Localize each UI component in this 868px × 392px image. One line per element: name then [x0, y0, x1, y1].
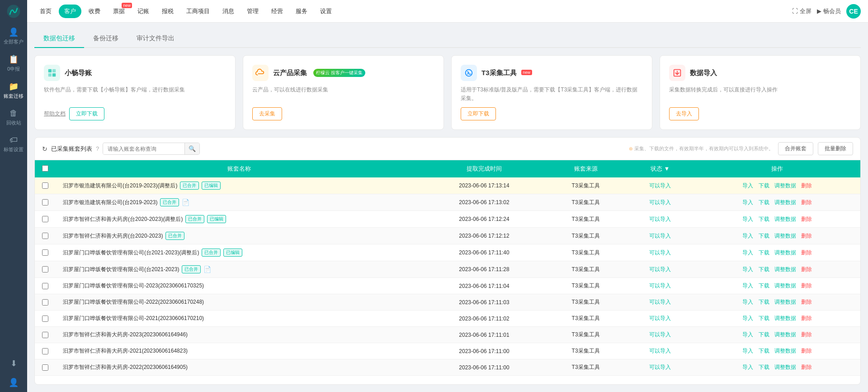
file-icon[interactable]: 📄 [182, 199, 189, 206]
import-link[interactable]: 导入 [741, 299, 755, 305]
download-link[interactable]: 下载 [757, 282, 771, 289]
help-doc-link[interactable]: 帮助文档 [44, 110, 66, 118]
import-link[interactable]: 导入 [741, 182, 755, 189]
download-link[interactable]: 下载 [757, 364, 771, 370]
import-link[interactable]: 导入 [741, 348, 755, 354]
sidebar-item-account-migration[interactable]: 📁 账套迁移 [0, 77, 27, 104]
adjust-link[interactable]: 调整数据 [773, 233, 798, 239]
delete-link[interactable]: 删除 [799, 182, 814, 189]
import-link[interactable]: 导入 [741, 331, 755, 338]
import-link[interactable]: 导入 [741, 315, 755, 321]
delete-link[interactable]: 删除 [799, 199, 814, 206]
row-checkbox[interactable] [42, 316, 48, 322]
import-link[interactable]: 导入 [741, 282, 755, 289]
import-link[interactable]: 导入 [741, 216, 755, 222]
nav-tax[interactable]: 报税 [156, 5, 179, 18]
delete-link[interactable]: 删除 [799, 233, 814, 239]
download-link[interactable]: 下载 [757, 199, 771, 206]
delete-link[interactable]: 删除 [799, 348, 814, 354]
download-link[interactable]: 下载 [757, 216, 771, 222]
nav-message[interactable]: 消息 [217, 5, 240, 18]
delete-link[interactable]: 删除 [799, 249, 814, 256]
cloud-collect-btn[interactable]: 去采集 [252, 107, 282, 120]
adjust-link[interactable]: 调整数据 [773, 364, 798, 370]
download-link[interactable]: 下载 [757, 233, 771, 239]
app-logo[interactable] [0, 0, 27, 23]
sidebar-item-user-profile[interactable]: 👤 [0, 373, 27, 392]
fullscreen-button[interactable]: ⛶ 全屏 [792, 7, 811, 15]
search-input[interactable] [103, 143, 184, 154]
download-link[interactable]: 下载 [757, 348, 771, 354]
delete-link[interactable]: 删除 [799, 216, 814, 222]
import-link[interactable]: 导入 [741, 364, 755, 370]
sidebar-item-tag-settings[interactable]: 🏷 标签设置 [0, 131, 27, 158]
tab-data-migration[interactable]: 数据包迁移 [34, 30, 84, 48]
sidebar-item-zero-report[interactable]: 📋 0申报 [0, 50, 27, 77]
download-link[interactable]: 下载 [757, 315, 771, 321]
download-link[interactable]: 下载 [757, 299, 771, 305]
row-checkbox[interactable] [42, 348, 48, 354]
import-go-btn[interactable]: 去导入 [669, 107, 699, 120]
delete-link[interactable]: 删除 [799, 331, 814, 338]
adjust-link[interactable]: 调整数据 [773, 348, 798, 354]
row-checkbox[interactable] [42, 216, 48, 222]
nav-operation[interactable]: 经营 [266, 5, 288, 18]
nav-settings[interactable]: 设置 [315, 5, 337, 18]
t3-download-btn[interactable]: 立即下载 [461, 107, 496, 120]
import-link[interactable]: 导入 [741, 249, 755, 256]
download-link[interactable]: 下载 [757, 182, 771, 189]
adjust-link[interactable]: 调整数据 [773, 216, 798, 222]
adjust-link[interactable]: 调整数据 [773, 249, 798, 256]
nav-customer[interactable]: 客户 [59, 5, 81, 18]
nav-management[interactable]: 管理 [241, 5, 264, 18]
sidebar-item-all-clients[interactable]: 👤 全部客户 [0, 23, 27, 50]
merge-accounts-btn[interactable]: 合并账套 [778, 142, 813, 155]
row-checkbox[interactable] [42, 182, 48, 189]
adjust-link[interactable]: 调整数据 [773, 282, 798, 289]
delete-link[interactable]: 删除 [799, 282, 814, 289]
adjust-link[interactable]: 调整数据 [773, 331, 798, 338]
nav-accounting[interactable]: 记账 [132, 5, 155, 18]
search-button[interactable]: 🔍 [184, 143, 199, 154]
import-link[interactable]: 导入 [741, 199, 755, 206]
nav-invoice[interactable]: 票据 new [108, 5, 130, 18]
nav-service[interactable]: 服务 [290, 5, 313, 18]
sidebar-item-download[interactable]: ⬇ [0, 354, 27, 373]
adjust-link[interactable]: 调整数据 [773, 315, 798, 321]
nav-home[interactable]: 首页 [34, 5, 57, 18]
batch-delete-btn[interactable]: 批量删除 [818, 142, 853, 155]
row-checkbox[interactable] [42, 199, 48, 206]
tab-audit-export[interactable]: 审计文件导出 [127, 30, 184, 48]
select-all-checkbox[interactable] [42, 165, 48, 172]
import-link[interactable]: 导入 [741, 266, 755, 272]
adjust-link[interactable]: 调整数据 [773, 299, 798, 305]
delete-link[interactable]: 删除 [799, 364, 814, 370]
delete-link[interactable]: 删除 [799, 266, 814, 272]
xiaochangdaozhang-download-btn[interactable]: 立即下载 [69, 107, 104, 120]
row-checkbox[interactable] [42, 266, 48, 272]
user-avatar[interactable]: CE [846, 4, 861, 19]
nav-billing[interactable]: 收费 [83, 5, 106, 18]
adjust-link[interactable]: 调整数据 [773, 199, 798, 206]
row-checkbox[interactable] [42, 283, 48, 289]
vip-button[interactable]: ▶ 畅会员 [817, 7, 841, 15]
nav-bizproject[interactable]: 工商项目 [181, 5, 215, 18]
row-checkbox[interactable] [42, 364, 48, 371]
row-checkbox[interactable] [42, 332, 48, 338]
row-checkbox[interactable] [42, 249, 48, 256]
adjust-link[interactable]: 调整数据 [773, 182, 798, 189]
import-link[interactable]: 导入 [741, 233, 755, 239]
delete-link[interactable]: 删除 [799, 315, 814, 321]
row-checkbox[interactable] [42, 299, 48, 306]
delete-link[interactable]: 删除 [799, 299, 814, 305]
download-link[interactable]: 下载 [757, 331, 771, 338]
row-checkbox[interactable] [42, 233, 48, 239]
file-icon[interactable]: 📄 [203, 266, 211, 273]
sidebar-item-recycle[interactable]: 🗑 回收站 [0, 104, 27, 131]
tab-backup-migration[interactable]: 备份迁移 [84, 30, 127, 48]
refresh-icon[interactable]: ↻ [42, 145, 47, 153]
adjust-link[interactable]: 调整数据 [773, 266, 798, 272]
help-icon[interactable]: ? [96, 145, 99, 152]
download-link[interactable]: 下载 [757, 249, 771, 256]
download-link[interactable]: 下载 [757, 266, 771, 272]
